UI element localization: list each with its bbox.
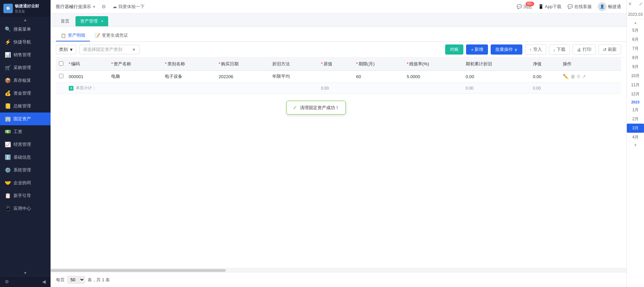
online-service-label: 在线客服	[574, 4, 592, 10]
header-settings-icon[interactable]: ⚙	[101, 4, 106, 10]
inventory-icon: 📦	[5, 77, 11, 84]
row-net-value: 0.00	[530, 71, 560, 83]
scrollbar-thumb[interactable]	[51, 269, 226, 272]
month-item-12[interactable]: 12月	[627, 90, 644, 99]
sidebar-item-fixed-assets[interactable]: 🏢 固定资产	[0, 113, 51, 125]
sidebar-item-label: 快捷导航	[13, 39, 31, 45]
row-name: 电脑	[109, 71, 162, 83]
avatar: 👤	[598, 2, 607, 11]
category-input[interactable]: 请选择固定资产类别 ▼	[79, 45, 140, 54]
sub-tab-asset-detail[interactable]: 📋 资产明细	[56, 30, 90, 41]
sidebar-item-ledger[interactable]: 📒 总账管理	[0, 100, 51, 113]
month-item-5[interactable]: 5月	[627, 26, 644, 35]
panel-expand-button[interactable]: ⤢	[639, 1, 643, 6]
duizhang-button[interactable]: 对账	[445, 44, 463, 55]
message-badge: 99+	[526, 2, 534, 6]
refresh-button[interactable]: ↺ 刷新	[599, 44, 621, 55]
sub-tab-change-voucher[interactable]: 📝 变更生成凭证	[90, 30, 133, 41]
month-item-11[interactable]: 11月	[627, 81, 644, 90]
th-depreciation-method: 折旧方法	[270, 58, 318, 71]
new-button[interactable]: + 新增	[466, 44, 488, 55]
month-item-3[interactable]: 3月	[627, 124, 644, 133]
company-selector[interactable]: 医疗器械行业演示 ▼	[56, 4, 96, 10]
month-scroll-up[interactable]: ▲	[634, 19, 637, 26]
tab-asset-management[interactable]: 资产管理 ×	[75, 16, 108, 26]
sidebar-item-system[interactable]: ⚙️ 系统管理	[0, 164, 51, 177]
category-filter[interactable]: 类别 ▼	[56, 45, 76, 54]
sidebar-item-enterprise[interactable]: 🤝 企业协同	[0, 177, 51, 189]
month-item-7[interactable]: 7月	[627, 44, 644, 53]
sidebar-item-finance[interactable]: 💰 资金管理	[0, 87, 51, 100]
sub-tab-change-voucher-label: 变更生成凭证	[102, 32, 128, 38]
sidebar-item-app-center[interactable]: 📱 应用中心	[0, 202, 51, 215]
print-button[interactable]: 🖨 打印	[573, 44, 596, 55]
subtotal-period	[354, 83, 404, 94]
success-message: 清理固定资产成功！	[300, 105, 339, 111]
sidebar-item-purchase[interactable]: 🛒 采购管理	[0, 61, 51, 74]
sidebar-header: 畅 畅捷通好业财 普及版	[0, 0, 51, 17]
import-button[interactable]: ↑ 导入	[525, 44, 546, 55]
month-scroll-down[interactable]: ▼	[634, 142, 637, 149]
sidebar-nav: 🔍 搜索菜单 ⚡ 快捷导航 📊 销售管理 🛒 采购管理 📦 库存核算 💰 资金管…	[0, 23, 51, 270]
th-name: *资产名称	[109, 58, 162, 71]
month-item-4[interactable]: 4月	[627, 133, 644, 142]
app-logo: 畅	[3, 4, 13, 13]
settings-footer-icon[interactable]: ⚙	[5, 279, 9, 284]
app-download-icon: 📱	[538, 4, 544, 9]
row-category: 电子设备	[162, 71, 216, 83]
sidebar-scroll-up[interactable]: ▲	[0, 17, 51, 23]
sidebar-item-basic-info[interactable]: ℹ️ 基础信息	[0, 151, 51, 164]
delete-icon[interactable]: 🗑	[571, 74, 575, 79]
table-container: *编码 *资产名称 *类别名称 *购买日期 折旧方法 *原值 *期限(月) *残…	[51, 58, 626, 268]
download-button[interactable]: ↓ 下载	[549, 44, 570, 55]
row-depreciation-method: 年限平均	[270, 71, 318, 83]
cloud-icon: ☁	[113, 4, 117, 9]
row-checkbox[interactable]	[59, 74, 63, 78]
batch-button[interactable]: 批量操作 ∨	[491, 44, 522, 55]
month-item-9[interactable]: 9月	[627, 62, 644, 71]
sidebar-item-quick-nav[interactable]: ⚡ 快捷导航	[0, 36, 51, 49]
sidebar-item-search[interactable]: 🔍 搜索菜单	[0, 23, 51, 36]
horizontal-scrollbar[interactable]	[51, 268, 626, 272]
header-right: 💬 消息 99+ 📱 App下载 💬 在线客服 👤 畅捷通	[517, 2, 621, 11]
select-all-checkbox[interactable]	[59, 61, 63, 66]
category-placeholder: 请选择固定资产类别	[83, 46, 122, 53]
month-item-1[interactable]: 1月	[627, 105, 644, 115]
collapse-sidebar-icon[interactable]: ◀	[42, 279, 46, 284]
app-download-button[interactable]: 📱 App下载	[538, 4, 561, 10]
experience-button[interactable]: ☁ 我要体验一下	[113, 4, 145, 10]
user-menu[interactable]: 👤 畅捷通	[598, 2, 621, 11]
subtotal-row: 本 本页小计： 0.00 0.00 0.00	[56, 83, 621, 94]
copy-icon[interactable]: ⎘	[577, 74, 580, 79]
tab-close-icon[interactable]: ×	[101, 19, 103, 24]
sidebar-item-guide[interactable]: 📋 新手引导	[0, 189, 51, 202]
tab-bar: 首页 资产管理 ×	[51, 13, 626, 27]
month-item-8[interactable]: 8月	[627, 53, 644, 62]
sidebar-item-label: 新手引导	[13, 193, 31, 199]
sidebar-item-payroll[interactable]: 💵 工资	[0, 125, 51, 138]
edit-icon[interactable]: ✏️	[563, 74, 569, 79]
row-initial-accumulated: 0.00	[463, 71, 530, 83]
subtotal-label-cell: 本 本页小计：	[66, 83, 318, 94]
more-icon[interactable]: ↗	[582, 74, 586, 79]
sidebar-item-inventory[interactable]: 📦 库存核算	[0, 74, 51, 87]
month-item-6[interactable]: 6月	[627, 35, 644, 44]
sidebar-item-label: 搜索菜单	[13, 26, 31, 32]
payroll-icon: 💵	[5, 129, 11, 135]
ledger-icon: 📒	[5, 103, 11, 109]
row-residual-rate: 5.0000	[404, 71, 463, 83]
panel-close-button[interactable]: ✕	[628, 1, 632, 6]
month-item-10[interactable]: 10月	[627, 71, 644, 81]
online-service-button[interactable]: 💬 在线客服	[568, 4, 592, 10]
month-item-2[interactable]: 2月	[627, 115, 644, 124]
dropdown-arrow-icon: ▼	[132, 47, 136, 52]
sidebar-item-label: 固定资产	[13, 116, 31, 122]
sidebar-scroll-down[interactable]: ▼	[0, 270, 51, 276]
message-button[interactable]: 💬 消息 99+	[517, 4, 532, 10]
tab-home[interactable]: 首页	[56, 16, 74, 26]
sidebar-item-sales[interactable]: 📊 销售管理	[0, 49, 51, 61]
per-page-select[interactable]: 50 10 20 100	[67, 276, 85, 284]
sidebar-item-operations[interactable]: 📈 经营管理	[0, 138, 51, 151]
message-icon: 💬	[517, 4, 522, 9]
row-checkbox-cell	[56, 71, 66, 83]
